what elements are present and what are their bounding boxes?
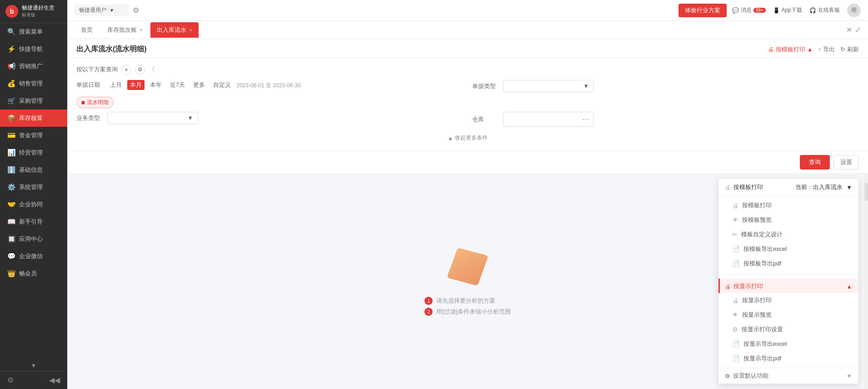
app-tag: 标准版 xyxy=(22,12,55,18)
sidebar-item-marketing[interactable]: 📢 营销推广 xyxy=(0,58,67,75)
tab-home[interactable]: 首页 xyxy=(75,22,99,38)
search-add-button[interactable]: + xyxy=(121,65,131,75)
print-template-item[interactable]: 🖨 按模板打印 xyxy=(718,198,858,213)
dropdown-title: 按模板打印 xyxy=(733,183,763,191)
sidebar-item-basic[interactable]: ℹ️ 基础信息 xyxy=(0,161,67,179)
date-opt-custom[interactable]: 自定义 xyxy=(210,80,234,90)
app-center-icon: 🔲 xyxy=(7,235,15,243)
app-download-item[interactable]: 📱 App下载 xyxy=(773,6,802,14)
chevron-down-icon: ▼ xyxy=(187,115,193,121)
sidebar-item-quick-nav[interactable]: ⚡ 快捷导航 xyxy=(0,40,67,58)
sidebar-item-system[interactable]: ⚙️ 系统管理 xyxy=(0,179,67,196)
app-logo-icon: b xyxy=(5,5,18,18)
date-options: 上月 本月 本年 近7天 更多 自定义 2023-06-01 至 2023-06… xyxy=(107,80,301,90)
settings-button[interactable]: 设置 xyxy=(833,155,859,170)
export-pdf-template-item[interactable]: 📄 按模板导出pdf xyxy=(718,256,858,271)
window-maximize-icon[interactable]: ⤢ xyxy=(855,25,861,34)
sidebar-item-sales[interactable]: 💰 销售管理 xyxy=(0,75,67,92)
user-selector[interactable]: 畅捷通用户 ▼ xyxy=(75,5,129,16)
date-opt-this-year[interactable]: 本年 xyxy=(147,80,165,90)
preview-template-item[interactable]: 👁 按模板预览 xyxy=(718,213,858,227)
sidebar-item-member[interactable]: 👑 畅会员 xyxy=(0,265,67,282)
sidebar: b 畅捷通好生意 标准版 🔍 搜索菜单 ⚡ 快捷导航 📢 营销推广 💰 销售管理… xyxy=(0,0,67,389)
tab-flow-close[interactable]: × xyxy=(189,27,192,33)
sidebar-scroll-down[interactable]: ▼ xyxy=(0,360,67,371)
warehouse-select[interactable]: ··· xyxy=(503,112,594,127)
sidebar-item-cooperation[interactable]: 🤝 企业协同 xyxy=(0,196,67,213)
export-excel-template-item[interactable]: 📄 按模板导出excel xyxy=(718,242,858,256)
sidebar-search[interactable]: 🔍 搜索菜单 xyxy=(0,23,67,40)
sidebar-collapse-icon[interactable]: ◀◀ xyxy=(49,376,60,384)
tab-batch-label: 库存批次账 xyxy=(107,26,137,34)
query-button[interactable]: 查询 xyxy=(800,155,830,170)
print-display-item[interactable]: 🖨 按显示打印 xyxy=(718,293,858,308)
sidebar-item-inventory[interactable]: 📦 库存核算 xyxy=(0,110,67,127)
content-area: 1 请先选择要分析的方案 2 用[过滤]条件来缩小分析范围 🖨 按模板打印 当前… xyxy=(67,174,868,389)
date-opt-last-month[interactable]: 上月 xyxy=(107,80,125,90)
preview-display-item[interactable]: 👁 按显示预览 xyxy=(718,308,858,322)
scroll-indicator[interactable] xyxy=(864,174,868,389)
empty-icon xyxy=(445,244,490,289)
sidebar-item-wechat[interactable]: 💬 企业微信 xyxy=(0,248,67,265)
tab-home-label: 首页 xyxy=(81,26,93,34)
tab-flow[interactable]: 出入库流水 × xyxy=(150,22,198,38)
pdf-display-icon: 📄 xyxy=(732,355,740,362)
avatar[interactable]: 用 xyxy=(847,4,861,17)
online-service-label: 在线客服 xyxy=(818,6,840,14)
export-icon: ↑ xyxy=(818,46,822,53)
section-toggle-icon[interactable]: ▲ xyxy=(846,283,852,290)
topbar-settings-icon[interactable]: ⚙ xyxy=(133,6,139,15)
sidebar-item-finance[interactable]: 💳 资金管理 xyxy=(0,127,67,144)
step-1-num: 1 xyxy=(424,297,433,305)
date-opt-7days[interactable]: 近7天 xyxy=(167,80,188,90)
business-type-select[interactable]: ▼ xyxy=(107,112,198,124)
message-badge: 99+ xyxy=(753,8,766,13)
export-button[interactable]: ↑ 导出 xyxy=(818,45,835,54)
export-excel-display-label: 按显示导出excel xyxy=(743,340,787,348)
search-settings-button[interactable]: ⚙ xyxy=(135,65,145,75)
refresh-button[interactable]: ↻ 刷新 xyxy=(840,45,859,54)
sidebar-bottom: ⚙ ◀◀ xyxy=(0,371,67,389)
custom-template-item[interactable]: ✏ 模板自定义设计 xyxy=(718,227,858,242)
export-pdf-display-item[interactable]: 📄 按显示导出pdf xyxy=(718,351,858,366)
message-item[interactable]: 💬 消息 99+ xyxy=(732,6,766,14)
collapse-button[interactable]: ▲ 收起更多条件 xyxy=(76,131,859,145)
app-download-label: App下载 xyxy=(782,6,802,14)
business-type-field: 业务类型 ▼ xyxy=(76,112,463,124)
refresh-label: 刷新 xyxy=(847,45,859,54)
sidebar-item-guide[interactable]: 📖 新手引导 xyxy=(0,213,67,230)
quick-nav-icon: ⚡ xyxy=(7,45,15,53)
export-excel-display-item[interactable]: 📄 按显示导出excel xyxy=(718,337,858,351)
box-shape-decoration xyxy=(447,248,489,286)
date-opt-more[interactable]: 更多 xyxy=(190,80,208,90)
search-collapse-button[interactable]: 《 xyxy=(149,65,155,74)
display-section: 🖨 按显示打印 ▲ 🖨 按显示打印 👁 按显示预览 ⚙ 按显示打印设置 xyxy=(718,277,858,368)
top-bar: 畅捷通用户 ▼ ⚙ 体验行业方案 💬 消息 99+ 📱 App下载 🎧 在线客服… xyxy=(67,0,868,21)
tab-batch[interactable]: 库存批次账 × xyxy=(101,22,149,38)
main-area: 畅捷通用户 ▼ ⚙ 体验行业方案 💬 消息 99+ 📱 App下载 🎧 在线客服… xyxy=(67,0,868,389)
date-opt-this-month[interactable]: 本月 xyxy=(127,80,145,90)
sidebar-item-purchase[interactable]: 🛒 采购管理 xyxy=(0,92,67,110)
window-close-icon[interactable]: ✕ xyxy=(846,25,852,34)
tab-batch-close[interactable]: × xyxy=(140,27,142,33)
sidebar-item-operations[interactable]: 📊 经营管理 xyxy=(0,144,67,161)
inventory-icon: 📦 xyxy=(7,114,15,122)
finance-icon: 💳 xyxy=(7,131,15,140)
print-template-item-label: 按模板打印 xyxy=(742,201,772,209)
online-service-item[interactable]: 🎧 在线客服 xyxy=(809,6,840,14)
doc-type-select[interactable]: ▼ xyxy=(503,80,594,92)
sidebar-settings-icon[interactable]: ⚙ xyxy=(7,376,14,384)
window-controls: ✕ ⤢ xyxy=(846,25,861,34)
sidebar-item-app-center[interactable]: 🔲 应用中心 xyxy=(0,230,67,248)
step-1-text: 请先选择要分析的方案 xyxy=(436,297,495,305)
refresh-icon: ↻ xyxy=(840,46,845,53)
search-row-2: 业务类型 ▼ 仓库 ··· xyxy=(76,112,859,127)
footer-arrow-icon[interactable]: ▼ xyxy=(846,373,852,379)
trial-button[interactable]: 体验行业方案 xyxy=(678,4,727,17)
print-template-button[interactable]: 🖨 按模板打印 ▲ xyxy=(768,45,813,54)
more-options-icon[interactable]: ··· xyxy=(582,115,589,124)
phone-icon: 📱 xyxy=(773,7,780,14)
cooperation-icon: 🤝 xyxy=(7,200,15,209)
print-settings-display-item[interactable]: ⚙ 按显示打印设置 xyxy=(718,322,858,337)
search-menu-label: 搜索菜单 xyxy=(19,28,43,36)
